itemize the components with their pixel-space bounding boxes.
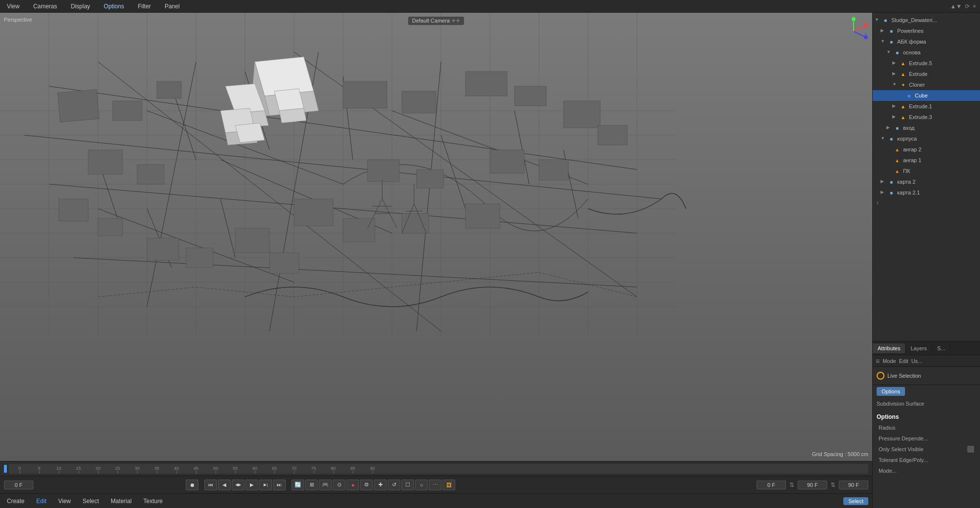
svg-rect-34 <box>157 81 181 98</box>
tree-label-extrude: Extrude <box>909 71 928 77</box>
scene-tree[interactable]: ▼ ■ Sludge_Dewateri... ▶ ■ Powerlines ▼ … <box>873 13 980 341</box>
options-button-label[interactable]: Options <box>877 387 905 396</box>
svg-rect-50 <box>343 218 375 242</box>
tree-item-cube[interactable]: ■ Cube <box>873 90 980 101</box>
svg-rect-39 <box>343 81 387 108</box>
tree-item-karta2[interactable]: ▶ ■ карта 2 <box>873 176 980 187</box>
tree-item-powerlines[interactable]: ▶ ■ Powerlines <box>873 25 980 36</box>
goto-start-button[interactable]: ⏮ <box>204 480 217 490</box>
add-keyframe-button[interactable]: ✚ <box>374 480 387 490</box>
goto-end-button[interactable]: ⏭ <box>273 480 286 490</box>
mesh-icon: ▲ <box>893 156 901 164</box>
bottom-edit[interactable]: Edit <box>33 497 49 506</box>
svg-text:Y: Y <box>853 17 856 20</box>
more-button[interactable]: ⋯ <box>429 480 441 490</box>
expand-icon <box>886 157 892 163</box>
layout-button[interactable]: ⊞ <box>305 480 318 490</box>
frame-up-down[interactable]: ⇅ <box>788 481 796 489</box>
tree-item-vhod[interactable]: ▶ ■ вход <box>873 122 980 133</box>
subdivision-surface-label: Subdivision Surface <box>877 401 924 407</box>
user-data-button[interactable]: Us... <box>911 358 923 364</box>
tree-label-osnova: основа <box>903 49 921 55</box>
bottom-view[interactable]: View <box>55 497 74 506</box>
live-selection-section: Live Selection <box>873 367 980 385</box>
menu-view[interactable]: View <box>4 2 23 11</box>
menu-display[interactable]: Display <box>68 2 93 11</box>
motion-button[interactable]: 🎮 <box>319 480 332 490</box>
collapse-arrow[interactable]: ‹ <box>873 198 980 208</box>
mode-button[interactable]: Mode <box>882 358 896 364</box>
tree-item-abk[interactable]: ▼ ■ АБК форма <box>873 36 980 47</box>
start-frame-input[interactable] <box>757 481 786 489</box>
tab-layers[interactable]: Layers <box>906 343 932 353</box>
viewport-gizmo[interactable]: X Y Z <box>839 17 868 46</box>
menu-panel[interactable]: Panel <box>162 2 183 11</box>
svg-rect-32 <box>58 90 99 122</box>
tree-label-powerlines: Powerlines <box>897 28 924 34</box>
bottom-texture[interactable]: Texture <box>141 497 166 506</box>
menu-cameras[interactable]: Cameras <box>30 2 60 11</box>
expand-icon: ▶ <box>886 125 892 131</box>
tree-item-osnova[interactable]: ▼ ■ основа <box>873 47 980 58</box>
settings-button[interactable]: ⚙ <box>360 480 373 490</box>
tree-item-extrude3[interactable]: ▶ ▲ Extrude.3 <box>873 112 980 122</box>
tab-attributes[interactable]: Attributes <box>873 343 906 353</box>
tree-item-pk[interactable]: ▲ ПК <box>873 166 980 176</box>
scene-canvas[interactable] <box>0 13 872 461</box>
tree-label-cube: Cube <box>915 93 928 98</box>
window-control-close[interactable]: × <box>973 3 976 10</box>
hamburger-icon[interactable]: ≡ <box>876 357 880 365</box>
object-button[interactable]: ○ <box>415 480 428 490</box>
render-button[interactable]: 🖼 <box>442 480 455 490</box>
3d-viewport[interactable]: Perspective Default Camera ✧✧ X <box>0 13 872 461</box>
play-button[interactable]: ▶ <box>245 480 258 490</box>
prev-frame-button[interactable]: ◀ <box>218 480 231 490</box>
tree-item-extrude1[interactable]: ▶ ▲ Extrude.1 <box>873 101 980 112</box>
preview-end-input[interactable] <box>839 481 868 489</box>
extrude-icon: ▲ <box>899 59 907 67</box>
prop-pressure: Pressure Depende... <box>877 433 976 444</box>
tree-label-extrude5: Extrude.5 <box>909 60 932 66</box>
bottom-select[interactable]: Select <box>80 497 102 506</box>
timeline-ruler[interactable]: 0 5 10 15 20 25 30 35 40 45 50 55 60 65 … <box>9 464 868 474</box>
menu-filter[interactable]: Filter <box>135 2 154 11</box>
svg-rect-33 <box>113 101 142 121</box>
end-frame-input[interactable] <box>798 481 827 489</box>
tree-item-cloner[interactable]: ▼ ✦ Cloner <box>873 79 980 90</box>
window-control-refresh[interactable]: ⟳ <box>965 3 970 10</box>
svg-text:X: X <box>864 21 867 25</box>
tree-item-korpusa[interactable]: ▼ ■ корпуса <box>873 133 980 144</box>
play-backward-button[interactable]: ◀▶ <box>232 480 245 490</box>
svg-rect-45 <box>368 160 399 182</box>
current-frame-bar <box>4 465 7 473</box>
menu-options[interactable]: Options <box>101 2 127 11</box>
bottom-material[interactable]: Material <box>108 497 135 506</box>
edit-button[interactable]: Edit <box>899 358 908 364</box>
tab-scene[interactable]: S... <box>932 343 951 353</box>
select-button[interactable]: Select <box>843 497 868 505</box>
tree-item-angar1[interactable]: ▲ ангар 1 <box>873 155 980 166</box>
stop-button[interactable]: ● <box>346 480 359 490</box>
end-frame-up-down[interactable]: ⇅ <box>829 481 837 489</box>
only-visible-checkbox[interactable] <box>967 446 974 453</box>
radius-label: Radius <box>879 425 974 431</box>
current-frame-input[interactable] <box>4 481 33 489</box>
record2-button[interactable]: ⊙ <box>333 480 345 490</box>
tree-label-korpusa: корпуса <box>897 136 917 142</box>
undo-button[interactable]: ↺ <box>388 480 400 490</box>
tree-item-extrude5[interactable]: ▶ ▲ Extrude.5 <box>873 58 980 69</box>
frame-button[interactable]: ☐ <box>401 480 414 490</box>
next-frame-button[interactable]: ▶| <box>259 480 272 490</box>
tree-item-karta21[interactable]: ▶ ■ карта 2.1 <box>873 187 980 198</box>
bottom-create[interactable]: Create <box>4 497 27 506</box>
tree-item-extrude[interactable]: ▶ ▲ Extrude <box>873 69 980 79</box>
subdivision-surface-row[interactable]: Subdivision Surface <box>873 398 980 410</box>
viewport-area: Perspective Default Camera ✧✧ X <box>0 13 872 508</box>
loop-button[interactable]: 🔄 <box>292 480 304 490</box>
svg-rect-41 <box>466 72 507 96</box>
tree-item-angar2[interactable]: ▲ ангар 2 <box>873 144 980 155</box>
options-active-button[interactable]: Options <box>873 385 980 398</box>
window-control-resize[interactable]: ▲▼ <box>950 3 962 10</box>
tree-item-sludge[interactable]: ▼ ■ Sludge_Dewateri... <box>873 15 980 25</box>
record-button[interactable]: ⏺ <box>186 480 198 490</box>
